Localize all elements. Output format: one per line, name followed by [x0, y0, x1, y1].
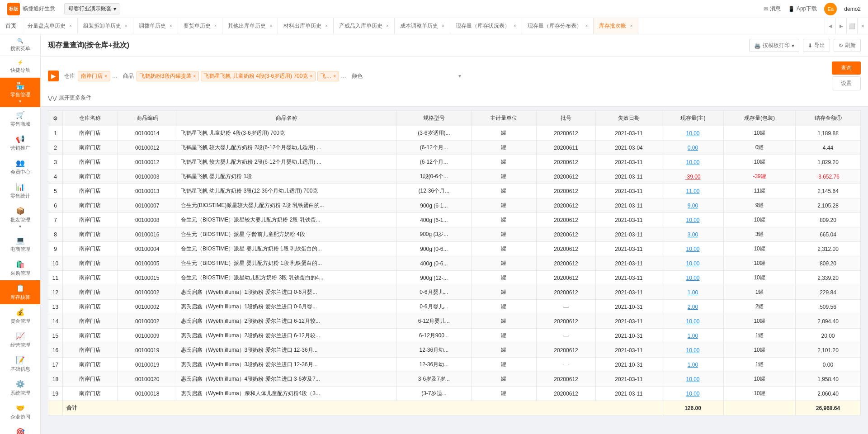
nav-prev-button[interactable]: ◀ — [825, 18, 835, 34]
tab-stock-status[interactable]: 现存量（库存状况表）× — [450, 18, 522, 34]
sidebar-item-inventory[interactable]: 📋 库存核算 — [0, 280, 40, 304]
sidebar-item-corp-collab[interactable]: 🤝 企业协同 — [0, 400, 40, 424]
col-settings[interactable]: ⚙ — [48, 111, 63, 126]
row-qty-main[interactable]: 0.00 — [662, 141, 723, 155]
row-qty-main[interactable]: 3.00 — [662, 227, 723, 242]
row-warehouse: 南岸门店 — [63, 358, 118, 372]
sidebar-item-new-guide[interactable]: 🎯 新手引导 — [0, 424, 40, 434]
row-amount: 2,094.40 — [796, 314, 861, 329]
row-qty-main[interactable]: 10.00 — [662, 242, 723, 256]
row-spec: 900g (3岁... — [396, 227, 471, 242]
remove-product-tag-2[interactable]: × — [310, 74, 312, 79]
messages-button[interactable]: ✉ 消息 — [764, 5, 781, 13]
row-amount: 1,829.20 — [796, 155, 861, 170]
close-icon[interactable]: × — [386, 24, 389, 28]
row-unit: 罐 — [471, 314, 536, 329]
close-icon[interactable]: × — [442, 24, 444, 28]
table-row: 4 南岸门店 00100003 飞鹤星飞帆 婴儿配方奶粉 1段 1段(0-6个.… — [48, 170, 861, 184]
remove-product-tag-1[interactable]: × — [193, 74, 196, 79]
row-spec: (3-6岁适用)... — [396, 126, 471, 141]
row-expire: 2021-03-11 — [596, 387, 662, 401]
row-qty-main[interactable]: 10.00 — [662, 387, 723, 401]
row-qty-main[interactable]: 11.00 — [662, 184, 723, 198]
row-batch: — — [536, 358, 596, 372]
row-qty-main[interactable]: 1.00 — [662, 329, 723, 343]
sidebar-item-ops[interactable]: 📈 经营管理 — [0, 328, 40, 352]
close-icon[interactable]: × — [170, 24, 172, 28]
tab-requisition[interactable]: 要货单历史 × — [178, 18, 223, 34]
close-icon[interactable]: × — [585, 24, 588, 28]
tab-split-inventory[interactable]: 分量盘点单历史 × — [22, 18, 78, 34]
chevron-down-icon: ▾ — [792, 42, 794, 49]
tab-production-in[interactable]: 产成品入库单历史 × — [334, 18, 395, 34]
nav-next-button[interactable]: ▶ — [835, 18, 846, 34]
tab-material-out[interactable]: 材料出库单历史 × — [278, 18, 334, 34]
sidebar-item-retail-mgmt[interactable]: 🏪 零售管理 ▼ — [0, 78, 40, 107]
tab-other-out[interactable]: 其他出库单历史 × — [222, 18, 278, 34]
row-qty-pkg: 1罐 — [724, 358, 796, 372]
nav-tabs-arrows: ◀ ▶ ⬜ × — [825, 18, 868, 34]
query-button[interactable]: 查询 — [832, 61, 861, 75]
tab-home[interactable]: 首页 — [0, 18, 22, 34]
row-qty-main[interactable]: 10.00 — [662, 372, 723, 387]
sidebar-item-quick-nav[interactable]: ⚡ 快捷导航 — [0, 56, 40, 78]
row-code: 00100013 — [118, 184, 177, 198]
tab-cost-adjust[interactable]: 成本调整单历史 × — [395, 18, 450, 34]
sidebar-item-wholesale[interactable]: 📦 批发管理 ▼ — [0, 203, 40, 232]
row-qty-main[interactable]: -39.00 — [662, 170, 723, 184]
tab-assembly[interactable]: 组装拆卸单历史 × — [78, 18, 133, 34]
row-batch: 20200612 — [536, 155, 596, 170]
sidebar-item-member-center[interactable]: 👥 会员中心 — [0, 155, 40, 179]
tab-batch-ledger[interactable]: 库存批次账 × — [594, 18, 638, 34]
close-icon[interactable]: × — [269, 24, 272, 28]
row-qty-main[interactable]: 1.00 — [662, 358, 723, 372]
expand-more-conditions[interactable]: ⋁⋁ 展开更多条件 — [48, 94, 861, 102]
tab-transfer[interactable]: 调拨单历史 × — [133, 18, 178, 34]
close-icon[interactable]: × — [125, 24, 127, 28]
row-qty-main[interactable]: 10.00 — [662, 271, 723, 285]
export-button[interactable]: ⬇ 导出 — [803, 39, 830, 52]
remove-warehouse-tag[interactable]: × — [104, 74, 107, 79]
remove-product-tag-3[interactable]: × — [333, 74, 336, 79]
tab-stock-dist[interactable]: 现存量（库存分布表）× — [522, 18, 594, 34]
close-icon[interactable]: × — [69, 24, 72, 28]
row-qty-main[interactable]: 10.00 — [662, 343, 723, 358]
row-qty-main[interactable]: 10.00 — [662, 213, 723, 227]
row-qty-main[interactable]: 10.00 — [662, 256, 723, 271]
sidebar-item-marketing[interactable]: 📢 营销推广 — [0, 131, 40, 155]
sidebar-item-retail-shop[interactable]: 🛒 零售商城 — [0, 107, 40, 131]
sidebar-item-purchase[interactable]: 🛍️ 采购管理 — [0, 256, 40, 280]
sidebar-item-search[interactable]: 🔍 搜索英单 — [0, 34, 40, 56]
row-qty-main[interactable]: 9.00 — [662, 198, 723, 213]
close-icon[interactable]: × — [325, 24, 328, 28]
row-qty-main[interactable]: 1.00 — [662, 285, 723, 300]
row-amount: 2,339.20 — [796, 271, 861, 285]
close-icon[interactable]: × — [630, 24, 632, 28]
template-print-button[interactable]: 🖨️ 按模板打印 ▾ — [749, 39, 799, 52]
settings-button[interactable]: 设置 — [832, 76, 861, 90]
sidebar-item-ecom[interactable]: 💻 电商管理 — [0, 232, 40, 256]
sidebar-item-retail-stats[interactable]: 📊 零售统计 — [0, 179, 40, 203]
logo-icon: 标版 — [7, 3, 20, 15]
nav-close-all-button[interactable]: × — [857, 18, 868, 34]
row-qty-main[interactable]: 10.00 — [662, 314, 723, 329]
sidebar-item-finance[interactable]: 💰 资金管理 — [0, 304, 40, 328]
sidebar-item-system[interactable]: ⚙️ 系统管理 — [0, 376, 40, 400]
warehouse-more-icon[interactable]: … — [112, 73, 118, 79]
row-qty-main[interactable]: 10.00 — [662, 126, 723, 141]
filter-expand-button[interactable]: ▶ — [48, 71, 59, 81]
refresh-button[interactable]: ↻ 刷新 — [834, 39, 861, 52]
row-qty-main[interactable]: 10.00 — [662, 155, 723, 170]
col-batch: 批号 — [536, 111, 596, 126]
close-icon[interactable]: × — [514, 24, 516, 28]
product-more-icon[interactable]: … — [341, 73, 346, 79]
warehouse-tag-label: 南岸门店 — [81, 72, 103, 80]
industry-selector[interactable]: 母婴行业演示账套 ▾ — [64, 3, 120, 14]
row-qty-main[interactable]: 2.00 — [662, 300, 723, 314]
color-dropdown-arrow[interactable]: ▾ — [458, 73, 461, 79]
app-download-button[interactable]: 📱 App下载 — [788, 5, 817, 13]
sidebar-inventory-label: 库存核算 — [10, 294, 30, 301]
sidebar-item-basic-info[interactable]: 📝 基础信息 — [0, 352, 40, 376]
nav-maximize-button[interactable]: ⬜ — [846, 18, 857, 34]
close-icon[interactable]: × — [214, 24, 217, 28]
